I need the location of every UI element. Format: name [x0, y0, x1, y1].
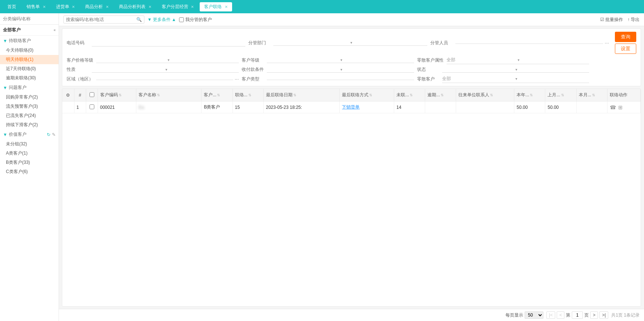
nav-sales[interactable]: 销售单 ✕ [22, 2, 50, 11]
footer-nav: |< < 第 页 > >| [546, 311, 608, 319]
action-call-icon[interactable]: ☎ [610, 104, 616, 110]
sidebar-item-ungrouped[interactable]: 未分组(32) [0, 139, 59, 149]
action-grid-icon[interactable]: ⊞ [618, 104, 623, 110]
query-button[interactable]: 查询 [615, 32, 636, 42]
filter-cust-level-select[interactable]: ▾ [267, 57, 414, 63]
nav-close-product-analysis-list[interactable]: ✕ [148, 5, 151, 9]
filter-retail-cust: 零散客户 全部 ▾ [417, 75, 589, 83]
toolbar-search-input[interactable] [66, 17, 136, 22]
filter-retail-attr-select[interactable]: 全部 ▾ [447, 56, 589, 64]
footer-page-input[interactable] [572, 311, 583, 319]
filter-status-select[interactable]: ▾ [442, 67, 589, 73]
footer-next-page-btn[interactable]: > [590, 311, 598, 319]
settings-button[interactable]: 设置 [615, 44, 636, 54]
td-index: 1 [74, 101, 86, 113]
overdue-sort-icon: ⇅ [441, 93, 444, 97]
sidebar-item-b-class[interactable]: B类客户(33) [0, 158, 59, 167]
footer-first-page-btn[interactable]: |< [546, 311, 555, 319]
filter-cust-type-select[interactable] [267, 78, 414, 80]
nc-sort-icon: ⇅ [410, 93, 413, 97]
retail-attr-chevron-icon: ▾ [518, 58, 589, 62]
nav-product-analysis[interactable]: 商品分析 ✕ [81, 2, 113, 11]
th-contact[interactable]: 联络...⇅ [232, 89, 263, 101]
toolbar-search-box: 🔍 [63, 15, 144, 24]
th-this-year[interactable]: 本年...⇅ [514, 89, 545, 101]
per-page-select[interactable]: 50 100 200 [525, 311, 543, 319]
th-code[interactable]: 客户编码⇅ [98, 89, 136, 101]
filter-nature-select[interactable]: ▾ [92, 67, 239, 73]
th-last-contact-date[interactable]: 最后联络日期⇅ [263, 89, 340, 101]
nav-close-product-analysis[interactable]: ✕ [106, 5, 109, 9]
nav-purchase[interactable]: 进货单 ✕ [52, 2, 80, 11]
sidebar-collapse-icon[interactable]: « [53, 28, 56, 32]
nav-product-analysis-list[interactable]: 商品分析列表 ✕ [115, 2, 156, 11]
sidebar-item-churned[interactable]: 已流失客户(24) [0, 111, 59, 120]
filter-region-select[interactable] [96, 78, 233, 80]
sidebar-item-today[interactable]: 今天待联络(0) [0, 46, 59, 55]
th-type[interactable]: 客户...⇅ [202, 89, 232, 101]
more-filter-btn[interactable]: ▼ 更多条件 ▲ [147, 17, 176, 23]
sidebar-item-tomorrow[interactable]: 明天待联络(1) [0, 55, 59, 64]
th-not-contacted[interactable]: 未联...⇅ [394, 89, 425, 101]
th-name[interactable]: 客户名称⇅ [136, 89, 202, 101]
table-row: 1 000021 Ea B类客户 15 2023-05-23 18:25: 下销… [62, 101, 641, 113]
footer-last-page-btn[interactable]: >| [599, 311, 608, 319]
nav-home[interactable]: 首页 [3, 2, 21, 11]
th-this-month[interactable]: 本月...⇅ [576, 89, 607, 101]
filter-icon: ▼ [147, 17, 152, 22]
uc-sort-icon: ⇅ [490, 93, 493, 97]
sidebar-group-value-refresh[interactable]: ↻ [47, 132, 50, 137]
sidebar-item-repurchase-abnormal[interactable]: 回购异常客户(2) [0, 93, 59, 102]
filter-row-2: 客户价格等级 ▾ 客户等级 ▾ 零散客户属性 全部 [67, 56, 636, 64]
th-unit-contact[interactable]: 往来单位联系人⇅ [456, 89, 514, 101]
nav-close-sales[interactable]: ✕ [43, 5, 46, 9]
sidebar-item-churn-warning[interactable]: 流失预警客户(3) [0, 102, 59, 111]
region-dots[interactable]: ··· [235, 76, 239, 82]
batch-operate-btn[interactable]: ☑ 批量操作 [600, 17, 623, 23]
sidebar-all-customers[interactable]: 全部客户 « [0, 25, 59, 36]
td-last-month: 50.00 [545, 101, 576, 113]
filter-retail-cust-select[interactable]: 全部 ▾ [442, 75, 589, 83]
sidebar-item-c-class[interactable]: C类客户(6) [0, 167, 59, 176]
nav-customer-contact[interactable]: 客户联络 ✕ [200, 2, 232, 11]
nav-customer-layering[interactable]: 客户分层经营 ✕ [157, 2, 199, 11]
row-checkbox[interactable] [90, 104, 94, 109]
filter-manager-select[interactable] [455, 42, 603, 44]
sidebar-item-declining[interactable]: 持续下滑客户(2) [0, 120, 59, 130]
filter-phone-input[interactable] [92, 39, 245, 46]
toolbar-search-icon[interactable]: 🔍 [136, 17, 142, 22]
nav-close-customer-layering[interactable]: ✕ [191, 5, 194, 9]
td-checkbox[interactable] [86, 101, 98, 113]
sidebar-item-a-class[interactable]: A类客户(1) [0, 149, 59, 158]
filter-price-level: 客户价格等级 ▾ [67, 57, 239, 63]
footer: 每页显示 50 100 200 |< < 第 页 > >| 共1页 1条记录 [59, 309, 644, 321]
filter-dept-select[interactable]: ▾ [273, 40, 427, 46]
th-gear[interactable]: ⚙ [62, 89, 74, 101]
lcm-sort-icon: ⇅ [369, 93, 372, 97]
last-contact-method-link[interactable]: 下销货单 [342, 104, 360, 110]
filter-row-3: 性质 ▾ 收付款条件 ▾ 状态 [67, 66, 636, 73]
th-last-month[interactable]: 上月...⇅ [545, 89, 576, 101]
sidebar-group-value-edit[interactable]: ✎ [52, 132, 56, 137]
nav-close-customer-contact[interactable]: ✕ [225, 5, 228, 9]
ty-sort-icon: ⇅ [530, 93, 533, 97]
footer-prev-page-btn[interactable]: < [557, 311, 564, 319]
my-customers-checkbox[interactable] [179, 17, 184, 22]
filter-cust-level: 客户等级 ▾ [242, 57, 414, 63]
manager-dots[interactable]: ··· [605, 40, 609, 46]
td-contact: 15 [232, 101, 263, 113]
lm-sort-icon: ⇅ [561, 93, 564, 97]
my-customers-checkbox-label[interactable]: 我分管的客户 [179, 17, 212, 23]
sidebar-item-overdue[interactable]: 逾期未联络(30) [0, 73, 59, 83]
th-overdue[interactable]: 逾期...⇅ [425, 89, 456, 101]
th-last-contact-method[interactable]: 最后联络方式⇅ [340, 89, 394, 101]
th-checkbox[interactable] [86, 89, 98, 101]
filter-payment-select[interactable]: ▾ [267, 67, 414, 73]
sidebar-item-7days[interactable]: 近7天待联络(0) [0, 64, 59, 73]
select-all-checkbox[interactable] [90, 92, 94, 97]
nav-close-purchase[interactable]: ✕ [72, 5, 75, 9]
filter-price-level-select[interactable]: ▾ [96, 57, 239, 63]
sidebar-search-input[interactable] [3, 16, 58, 21]
sidebar-search-area: 🔍 [0, 13, 59, 25]
export-btn[interactable]: ↑ 导出 [627, 17, 640, 23]
